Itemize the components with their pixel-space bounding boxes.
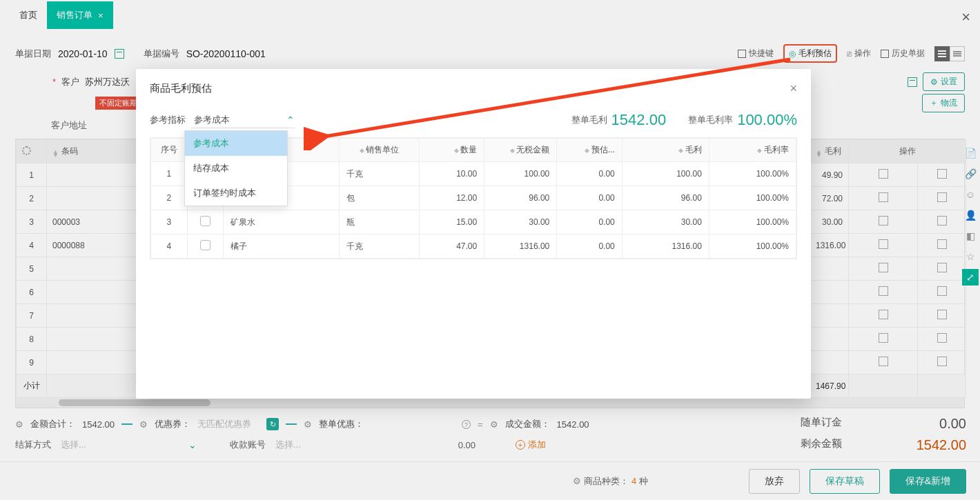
mrow-unit: 千克 bbox=[340, 162, 420, 186]
total-rate-value: 100.00% bbox=[737, 111, 797, 129]
mrow-qty: 15.00 bbox=[419, 210, 484, 234]
mcol-unit[interactable]: ◆ 销售单位 bbox=[340, 139, 420, 162]
mrow-gp: 100.00 bbox=[622, 162, 709, 186]
mrow-idx: 2 bbox=[151, 186, 188, 210]
ref-dropdown: 参考成本 结存成本 订单签约时成本 bbox=[184, 130, 288, 206]
mrow-unit: 瓶 bbox=[340, 210, 420, 234]
ref-select[interactable]: ⌃ bbox=[191, 112, 295, 128]
total-gp-label: 整单毛利 bbox=[571, 114, 607, 126]
mrow-idx: 4 bbox=[151, 234, 188, 259]
mrow-rate: 100.00% bbox=[709, 210, 796, 234]
mrow-amt: 100.00 bbox=[484, 162, 557, 186]
mrow-rate: 100.00% bbox=[709, 162, 796, 186]
mrow-name: 橘子 bbox=[224, 234, 340, 259]
mrow-est: 0.00 bbox=[557, 210, 623, 234]
mrow-check[interactable] bbox=[187, 210, 224, 234]
checkbox-icon bbox=[200, 216, 210, 226]
mrow-est: 0.00 bbox=[557, 186, 623, 210]
ref-label: 参考指标 bbox=[150, 114, 186, 126]
dropdown-item[interactable]: 订单签约时成本 bbox=[185, 181, 287, 206]
modal-row[interactable]: 4橘子千克47.001316.000.001316.00100.00% bbox=[151, 234, 796, 259]
total-gp-value: 1542.00 bbox=[611, 111, 667, 129]
mrow-rate: 100.00% bbox=[709, 186, 796, 210]
mrow-est: 0.00 bbox=[557, 234, 623, 259]
mrow-unit: 包 bbox=[340, 186, 420, 210]
mrow-est: 0.00 bbox=[557, 162, 623, 186]
checkbox-icon bbox=[200, 240, 210, 250]
mrow-qty: 47.00 bbox=[419, 234, 484, 259]
modal-title: 商品毛利预估 bbox=[150, 82, 212, 95]
mcol-est[interactable]: ◆ 预估... bbox=[557, 139, 623, 162]
mrow-gp: 30.00 bbox=[622, 210, 709, 234]
dropdown-item[interactable]: 参考成本 bbox=[185, 131, 287, 156]
mrow-qty: 10.00 bbox=[419, 162, 484, 186]
mrow-amt: 30.00 bbox=[484, 210, 557, 234]
mcol-gp[interactable]: ◆ 毛利 bbox=[622, 139, 709, 162]
mrow-gp: 1316.00 bbox=[622, 234, 709, 259]
mrow-check[interactable] bbox=[187, 234, 224, 259]
modal-row[interactable]: 3矿泉水瓶15.0030.000.0030.00100.00% bbox=[151, 210, 796, 234]
mrow-qty: 12.00 bbox=[419, 186, 484, 210]
mcol-rate[interactable]: ◆ 毛利率 bbox=[709, 139, 796, 162]
total-rate-label: 整单毛利率 bbox=[688, 114, 733, 126]
mrow-idx: 3 bbox=[151, 210, 188, 234]
mcol-idx[interactable]: 序号 bbox=[151, 139, 188, 162]
mrow-amt: 1316.00 bbox=[484, 234, 557, 259]
ref-select-input[interactable] bbox=[191, 112, 295, 128]
mrow-gp: 96.00 bbox=[622, 186, 709, 210]
mrow-idx: 1 bbox=[151, 162, 188, 186]
mrow-name: 矿泉水 bbox=[224, 210, 340, 234]
mrow-rate: 100.00% bbox=[709, 234, 796, 259]
mcol-amt[interactable]: ◆ 无税金额 bbox=[484, 139, 557, 162]
modal-close-icon[interactable]: × bbox=[790, 81, 797, 96]
mcol-qty[interactable]: ◆ 数量 bbox=[419, 139, 484, 162]
mrow-amt: 96.00 bbox=[484, 186, 557, 210]
dropdown-item[interactable]: 结存成本 bbox=[185, 156, 287, 181]
ref-row: 参考指标 ⌃ 整单毛利 1542.00 整单毛利率 100.00% 参考成本 结… bbox=[150, 111, 797, 129]
grossprofit-modal: 商品毛利预估 × 参考指标 ⌃ 整单毛利 1542.00 整单毛利率 100.0… bbox=[136, 69, 811, 399]
chevron-up-icon[interactable]: ⌃ bbox=[286, 114, 295, 126]
mrow-unit: 千克 bbox=[340, 234, 420, 259]
